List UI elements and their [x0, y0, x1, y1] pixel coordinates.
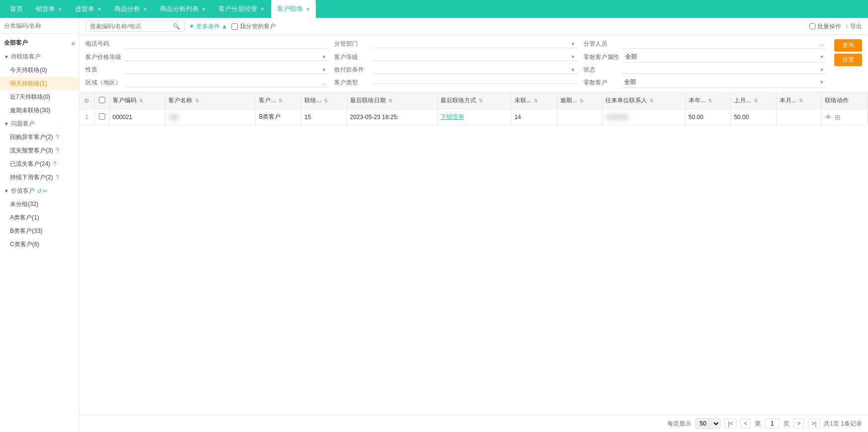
- customer-grade-select[interactable]: ▼: [373, 53, 577, 61]
- sidebar-item-declining[interactable]: 持续下滑客户(2) ?: [0, 171, 79, 184]
- export-btn[interactable]: ↑ 导出: [845, 22, 862, 31]
- dept-select[interactable]: ▼: [373, 40, 577, 48]
- close-icon[interactable]: ✕: [306, 6, 310, 12]
- arrow-icon: ▼: [4, 188, 9, 194]
- batch-check[interactable]: [809, 23, 815, 29]
- action-icons: 👁 ⊞: [825, 113, 865, 121]
- sidebar-item-class-a[interactable]: A类客户(1): [0, 211, 79, 224]
- chevron-down-icon: ▼: [571, 67, 576, 72]
- row-checkbox[interactable]: [99, 113, 105, 120]
- filter-row-4: 区域（地区） ... 客户类型: [85, 77, 826, 88]
- price-grade-select[interactable]: ▼: [125, 53, 328, 61]
- close-icon[interactable]: ✕: [58, 6, 62, 12]
- sort-icon: ⇅: [479, 98, 483, 103]
- my-customers-checkbox[interactable]: 我分管的客户: [231, 22, 276, 31]
- query-button[interactable]: 查询: [834, 39, 862, 52]
- sidebar-item-ungrouped[interactable]: 未分组(32): [0, 198, 79, 211]
- th-this-month: 本月... ⇅: [776, 92, 822, 109]
- main-container: 🔍 全部客户 « ▼ 待联络客户 今天待联络(0) 明天待联络(1) 近7天待联…: [0, 18, 868, 432]
- settings-button[interactable]: 设置: [834, 54, 862, 66]
- nav-sales-order[interactable]: 销货单 ✕: [30, 0, 68, 18]
- nav-home[interactable]: 首页: [4, 0, 29, 18]
- close-icon[interactable]: ✕: [143, 6, 147, 12]
- td-company-contact: XXXXX: [602, 109, 685, 125]
- sidebar-search-input[interactable]: [4, 22, 78, 29]
- sidebar-item-7days[interactable]: 近7天待联络(0): [0, 90, 79, 104]
- td-last-month: 50.00: [731, 109, 777, 125]
- sort-icon: ⇅: [799, 98, 803, 103]
- chevron-down-icon: ▼: [819, 67, 824, 72]
- content-area: 🔍 ▼ 更多条件 ▲ 我分管的客户 批量操作 ↑ 导出: [79, 18, 868, 432]
- person-select[interactable]: ...: [622, 39, 826, 49]
- table-row: 1 000021 Ea B类客户: [79, 109, 868, 125]
- chevron-down-icon: ▼: [321, 54, 326, 60]
- sidebar-item-class-c[interactable]: C类客户(6): [0, 238, 79, 251]
- nav-product-analysis[interactable]: 商品分析 ✕: [108, 0, 153, 18]
- customer-type-select[interactable]: [373, 81, 577, 84]
- chevron-down-icon: ▼: [571, 41, 576, 47]
- search-icon[interactable]: 🔍: [173, 23, 180, 30]
- chevron-down-icon: ▼: [819, 54, 824, 60]
- sidebar-content: 全部客户 « ▼ 待联络客户 今天待联络(0) 明天待联络(1) 近7天待联络(…: [0, 34, 79, 432]
- next-page-btn[interactable]: >: [794, 419, 804, 429]
- nav-product-analysis-list[interactable]: 商品分析列表 ✕: [154, 0, 212, 18]
- region-select[interactable]: ...: [125, 78, 328, 87]
- filter-panel: 电话号码 分管部门 ▼ 分管人员: [79, 35, 868, 92]
- page-input[interactable]: [765, 419, 780, 429]
- filter-row-1: 电话号码 分管部门 ▼ 分管人员: [85, 39, 826, 49]
- sidebar-group-pending[interactable]: ▼ 待联络客户: [0, 50, 79, 64]
- th-last-contact-date: 最后联络日期 ⇅: [347, 92, 437, 109]
- contact-method-link[interactable]: 下销货单: [440, 113, 464, 120]
- grid-icon[interactable]: ⊞: [835, 113, 841, 121]
- retail-customer-select[interactable]: 全部 ▼: [622, 77, 826, 88]
- prev-page-btn[interactable]: <: [740, 419, 751, 429]
- dots-icon[interactable]: ...: [321, 79, 326, 86]
- main-search-input[interactable]: [90, 23, 171, 30]
- phone-input[interactable]: [124, 39, 328, 49]
- sidebar-all-customers[interactable]: 全部客户 «: [0, 36, 79, 50]
- nav-purchase-order[interactable]: 进货单 ✕: [69, 0, 107, 18]
- filter-person: 分管人员 ...: [583, 39, 826, 49]
- sidebar-item-churn-warning[interactable]: 流失预警客户(3) ?: [0, 144, 79, 157]
- select-all-checkbox[interactable]: [99, 97, 105, 103]
- td-code: 000021: [109, 109, 165, 125]
- close-icon[interactable]: ✕: [260, 6, 264, 12]
- collapse-icon[interactable]: «: [71, 39, 75, 47]
- nav-customer-tiering[interactable]: 客户分层经营 ✕: [213, 0, 270, 18]
- more-conditions-btn[interactable]: ▼ 更多条件 ▲: [189, 22, 227, 31]
- my-customers-check[interactable]: [231, 23, 238, 30]
- td-num: 1: [79, 109, 94, 125]
- chevron-down-icon: ▼: [571, 54, 576, 60]
- payment-select[interactable]: ▼: [373, 66, 577, 74]
- batch-operation-btn[interactable]: 批量操作: [809, 22, 841, 31]
- td-name: Ea: [165, 109, 256, 125]
- sidebar-item-tomorrow[interactable]: 明天待联络(1): [0, 77, 79, 90]
- sidebar-group-value[interactable]: ▼ 价值客户 ↺ ✏: [0, 184, 79, 198]
- last-page-btn[interactable]: >|: [808, 419, 820, 429]
- settings-icon[interactable]: ⚙: [84, 97, 89, 104]
- eye-icon[interactable]: 👁: [825, 113, 832, 121]
- sidebar-item-abnormal-repurchase[interactable]: 回购异常客户(2) ?: [0, 131, 79, 144]
- sort-icon: ⇅: [650, 98, 653, 103]
- chevron-down-icon: ▼: [321, 67, 326, 72]
- td-no-contact: 14: [511, 109, 557, 125]
- sidebar-item-churned[interactable]: 已流失客户(24) ?: [0, 157, 79, 171]
- sidebar-item-today[interactable]: 今天待联络(0): [0, 64, 79, 77]
- page-size-select[interactable]: 50 100 200: [695, 418, 721, 429]
- th-contacts: 联络... ⇅: [301, 92, 347, 109]
- nature-select[interactable]: ▼: [124, 66, 328, 74]
- status-select[interactable]: ▼: [622, 66, 826, 74]
- close-icon[interactable]: ✕: [202, 6, 206, 12]
- sort-icon: ⇅: [279, 98, 283, 103]
- retail-attr-select[interactable]: 全部 ▼: [623, 52, 826, 63]
- nav-customer-contact[interactable]: 客户联络 ✕: [271, 0, 316, 18]
- sidebar-group-problem[interactable]: ▼ 问题客户: [0, 117, 79, 131]
- close-icon[interactable]: ✕: [97, 6, 101, 12]
- top-nav: 首页 销货单 ✕ 进货单 ✕ 商品分析 ✕ 商品分析列表 ✕ 客户分层经营 ✕ …: [0, 0, 868, 18]
- first-page-btn[interactable]: |<: [724, 419, 736, 429]
- sidebar-item-overdue[interactable]: 逾期未联络(30): [0, 104, 79, 117]
- th-settings: ⚙: [79, 92, 94, 109]
- table-header-row: ⚙ 客户编码 ⇅ 客户名称 ⇅: [79, 92, 868, 109]
- dots-icon[interactable]: ...: [819, 40, 824, 47]
- sidebar-item-class-b[interactable]: B类客户(33): [0, 224, 79, 238]
